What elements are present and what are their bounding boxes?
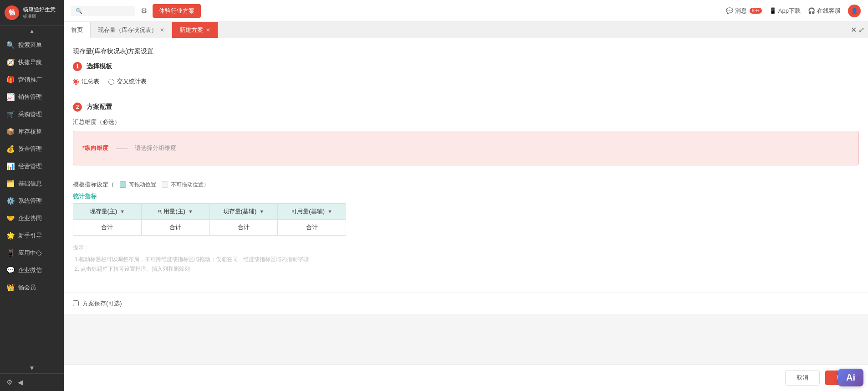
sidebar-item-sales[interactable]: 📈 销售管理 — [0, 88, 64, 106]
indicators-label-text: 模板指标设定（ — [73, 180, 114, 189]
sidebar-item-label: 应用中心 — [18, 249, 42, 257]
cross-table-radio[interactable] — [108, 79, 114, 85]
topbar-settings-button[interactable]: ⚙ — [141, 6, 147, 15]
sidebar-item-system[interactable]: ⚙️ 系统管理 — [0, 192, 64, 210]
tab-expand-button[interactable]: ⤢ — [858, 26, 864, 34]
sidebar-item-enterprise[interactable]: 🤝 企业协同 — [0, 210, 64, 227]
gift-icon: 🎁 — [6, 76, 15, 84]
save-option-row: 方案保存(可选) — [64, 293, 868, 314]
col1-chevron-icon: ▼ — [120, 209, 125, 214]
sidebar: 畅 畅康通好生意 标准版 ▲ 🔍 搜索菜单 🧭 快捷导航 🎁 营销推广 📈 销售… — [0, 0, 64, 391]
topbar: 🔍 ⚙ 体验行业方案 💬 消息 99+ 📱 App下载 🎧 在线客服 — [64, 0, 868, 22]
stats-col-1[interactable]: 现存量(主) ▼ — [73, 204, 142, 219]
topbar-left: 🔍 ⚙ 体验行业方案 — [71, 4, 201, 18]
config-panel: 现存量(库存状况表)方案设置 1 选择模板 汇总表 交叉统计表 — [64, 38, 868, 293]
sidebar-item-management[interactable]: 📊 经营管理 — [0, 158, 64, 175]
tab-new-scheme[interactable]: 新建方案 ✕ — [172, 22, 218, 38]
sidebar-item-finance[interactable]: 💰 资金管理 — [0, 140, 64, 158]
sidebar-item-label: 畅会员 — [18, 283, 36, 292]
dimension-label: 汇总维度（必选） — [73, 118, 859, 126]
ai-button[interactable]: Ai — [838, 369, 863, 386]
user-avatar[interactable]: 👤 — [848, 5, 861, 17]
mobile-icon: 📱 — [6, 249, 15, 257]
cancel-button[interactable]: 取消 — [785, 370, 820, 386]
divider-2 — [73, 173, 859, 173]
step2-title: 方案配置 — [87, 103, 112, 111]
sidebar-item-marketing[interactable]: 🎁 营销推广 — [0, 71, 64, 88]
tab-home[interactable]: 首页 — [64, 22, 91, 38]
page-title: 现存量(库存状况表)方案设置 — [73, 47, 859, 62]
sidebar-scroll-up[interactable]: ▲ — [0, 26, 64, 36]
step2-header: 2 方案配置 — [73, 103, 859, 112]
chart-icon: 📊 — [6, 162, 15, 170]
sidebar-item-label: 企业协同 — [18, 214, 42, 222]
folder-icon: 🗂️ — [6, 180, 15, 188]
dimension-box[interactable]: *纵向维度 —— 请选择分组维度 — [73, 131, 859, 165]
footer-bar: 取消 查询 — [64, 364, 868, 391]
app-logo: 畅 畅康通好生意 标准版 — [0, 0, 64, 26]
sidebar-scroll-down[interactable]: ▼ — [0, 363, 64, 373]
summary-table-radio[interactable] — [73, 79, 79, 85]
step1-header: 1 选择模板 — [73, 62, 859, 71]
summary-table-option[interactable]: 汇总表 — [73, 77, 99, 86]
stats-col-3[interactable]: 现存量(基辅) ▼ — [210, 204, 278, 219]
tabbar: 首页 现存量（库存状况表） ✕ 新建方案 ✕ ✕ ⤢ — [64, 22, 868, 38]
sidebar-item-search[interactable]: 🔍 搜索菜单 — [0, 36, 64, 54]
notification-icon: 💬 — [726, 7, 733, 14]
app-download-area[interactable]: 📱 App下载 — [769, 7, 801, 15]
stats-cell-1: 合计 — [73, 219, 142, 235]
sidebar-item-inventory[interactable]: 📦 库存核算 — [0, 123, 64, 140]
tab-inventory-status[interactable]: 现存量（库存状况表） ✕ — [91, 22, 172, 38]
search-input[interactable] — [85, 8, 131, 14]
tip-2: 2. 点击标题栏下拉可设置排序、插入列和删除列 — [73, 264, 859, 274]
sidebar-item-basic[interactable]: 🗂️ 基础信息 — [0, 175, 64, 192]
sidebar-item-app-center[interactable]: 📱 应用中心 — [0, 244, 64, 262]
chat-icon: 💬 — [6, 266, 15, 274]
stats-col-2[interactable]: 可用量(主) ▼ — [142, 204, 210, 219]
industry-scheme-button[interactable]: 体验行业方案 — [153, 4, 201, 18]
draggable-legend: 可拖动位置 — [120, 181, 156, 189]
tab-close-all-button[interactable]: ✕ — [851, 26, 857, 34]
compass-icon: 🧭 — [6, 58, 15, 67]
app-version: 标准版 — [23, 13, 56, 20]
step2-section: 2 方案配置 汇总维度（必选） *纵向维度 —— 请选择分组维度 模板指标设定（ — [73, 103, 859, 274]
inventory-icon: 📦 — [6, 128, 15, 136]
save-checkbox[interactable] — [73, 300, 79, 306]
stats-table-header: 现存量(主) ▼ 可用量(主) ▼ 现存量(基辅) ▼ 可用量(基辅) — [73, 204, 346, 219]
sidebar-item-purchase[interactable]: 🛒 采购管理 — [0, 106, 64, 123]
sidebar-collapse-btn[interactable]: ◀ — [18, 378, 23, 386]
star-icon: 🌟 — [6, 232, 15, 240]
stats-cell-2: 合计 — [142, 219, 210, 235]
notification-badge: 99+ — [750, 8, 762, 14]
gear-icon: ⚙️ — [6, 197, 15, 205]
online-service-area[interactable]: 🎧 在线客服 — [808, 7, 841, 15]
stats-label: 统计指标 — [73, 192, 859, 201]
sidebar-item-label: 搜索菜单 — [18, 41, 42, 49]
search-icon: 🔍 — [76, 8, 82, 14]
nodrag-legend: 不可拖动位置） — [162, 181, 209, 189]
app-download-label: App下载 — [778, 7, 801, 15]
new-scheme-tab-close[interactable]: ✕ — [206, 27, 210, 33]
notification-label: 消息 — [735, 7, 747, 15]
stats-col-1-label: 现存量(主) — [90, 207, 117, 216]
notification-area[interactable]: 💬 消息 99+ — [726, 7, 762, 15]
main-area: 🔍 ⚙ 体验行业方案 💬 消息 99+ 📱 App下载 🎧 在线客服 — [64, 0, 868, 391]
sidebar-item-label: 新手引导 — [18, 232, 42, 240]
sidebar-item-label: 销售管理 — [18, 93, 42, 101]
cross-table-label: 交叉统计表 — [117, 77, 147, 86]
sidebar-item-guide[interactable]: 🌟 新手引导 — [0, 227, 64, 244]
inventory-tab-close[interactable]: ✕ — [160, 27, 164, 33]
cross-table-option[interactable]: 交叉统计表 — [108, 77, 147, 86]
sidebar-settings-btn[interactable]: ⚙ — [6, 378, 12, 386]
sidebar-item-wechat[interactable]: 💬 企业微信 — [0, 262, 64, 279]
sidebar-nav: 🔍 搜索菜单 🧭 快捷导航 🎁 营销推广 📈 销售管理 🛒 采购管理 📦 库存核… — [0, 36, 64, 363]
sidebar-item-shortcut[interactable]: 🧭 快捷导航 — [0, 54, 64, 71]
col3-chevron-icon: ▼ — [259, 209, 264, 214]
search-icon: 🔍 — [6, 41, 15, 49]
sidebar-item-member[interactable]: 👑 畅会员 — [0, 279, 64, 296]
stats-table-body: 合计 合计 合计 合计 — [73, 219, 346, 235]
stats-col-4[interactable]: 可用量(基辅) ▼ — [278, 204, 346, 219]
stats-cell-4: 合计 — [278, 219, 346, 235]
step1-badge: 1 — [73, 62, 82, 71]
tip-1: 1.拖动标题栏可以调整布局，不可跨维度或指标区域拖动；仅能在同一维度或指标区域内… — [73, 255, 859, 265]
